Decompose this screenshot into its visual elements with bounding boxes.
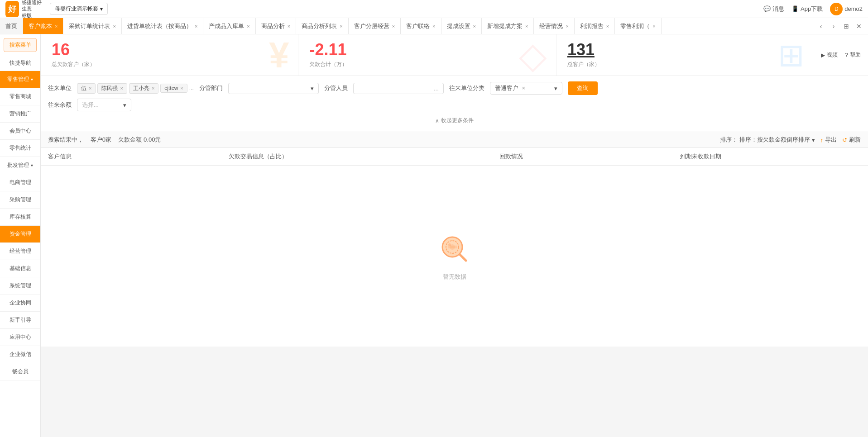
- download-icon: 📱: [791, 5, 799, 12]
- top-bar-left: 好 畅捷通好生意 标版 母婴行业演示帐套 ▾: [5, 0, 108, 19]
- sidebar-item-new-guide[interactable]: 新手引导: [0, 312, 40, 329]
- top-bar: 好 畅捷通好生意 标版 母婴行业演示帐套 ▾ 💬 消息 📱 App下载 D de…: [0, 0, 868, 18]
- sidebar-item-enterprise-collab[interactable]: 企业协同: [0, 294, 40, 312]
- sidebar-item-basic-info[interactable]: 基础信息: [0, 260, 40, 277]
- stats-card-total-customers: ⊞ 131 总客户（家）: [556, 34, 814, 76]
- tag-close-icon[interactable]: ×: [120, 86, 123, 91]
- category-tag-close[interactable]: ×: [522, 85, 525, 91]
- col-header-debt-info: 欠款交易信息（占比）: [229, 152, 499, 161]
- close-tab-icon[interactable]: ×: [113, 24, 115, 29]
- close-tab-icon[interactable]: ×: [652, 24, 655, 29]
- close-tab-icon[interactable]: ×: [195, 24, 197, 29]
- store-selector[interactable]: 母婴行业演示帐套 ▾: [50, 3, 108, 15]
- tag-close-icon[interactable]: ×: [89, 86, 91, 91]
- tab-operation-status[interactable]: 经营情况 ×: [534, 18, 574, 34]
- dept-filter-select[interactable]: ▾: [228, 83, 319, 94]
- sidebar-item-capital-mgmt[interactable]: 资金管理: [0, 226, 40, 243]
- svg-line-3: [460, 255, 466, 261]
- help-button[interactable]: ? 帮助: [845, 51, 861, 59]
- query-button[interactable]: 查询: [568, 81, 598, 95]
- person-filter-input[interactable]: ...: [353, 83, 444, 94]
- svg-point-4: [450, 244, 455, 250]
- filter-collapse-button[interactable]: ∧ 收起更多条件: [48, 115, 861, 126]
- user-profile[interactable]: D demo2: [830, 3, 863, 15]
- tab-close-all-button[interactable]: ✕: [854, 21, 864, 32]
- search-menu-button[interactable]: 搜索菜单: [4, 38, 37, 52]
- tab-stock-stats[interactable]: 进货单统计表（按商品） ×: [122, 18, 203, 34]
- close-tab-icon[interactable]: ×: [392, 24, 395, 29]
- tab-retail-profit[interactable]: 零售利润（ ×: [615, 18, 661, 34]
- filter-tag-chen[interactable]: 陈民强 ×: [97, 83, 127, 94]
- chevron-down-icon: ▾: [123, 102, 126, 109]
- close-tab-icon[interactable]: ×: [55, 24, 58, 29]
- extra-filter-select[interactable]: 选择... ▾: [77, 99, 131, 111]
- tab-expand-button[interactable]: ⊞: [841, 21, 852, 32]
- close-tab-icon[interactable]: ×: [606, 24, 609, 29]
- sidebar-item-ecommerce-mgmt[interactable]: 电商管理: [0, 174, 40, 191]
- col-header-due-date: 到期未收款日期: [680, 152, 861, 161]
- sidebar-item-retail-mgmt[interactable]: 零售管理: [0, 71, 40, 88]
- filter-tag-wu[interactable]: 伍 ×: [77, 83, 96, 94]
- tab-product-analysis[interactable]: 商品分析 ×: [256, 18, 296, 34]
- close-tab-icon[interactable]: ×: [432, 24, 435, 29]
- sort-select[interactable]: 排序： 排序：按欠款金额倒序排序 ▾: [720, 136, 815, 144]
- stats-bg-icon3: ⊞: [778, 37, 805, 74]
- more-tags-button[interactable]: ...: [189, 85, 194, 91]
- sidebar-item-wholesale-mgmt[interactable]: 批发管理: [0, 157, 40, 174]
- video-icon: ▶: [821, 52, 825, 58]
- sidebar-item-operation-mgmt[interactable]: 经营管理: [0, 243, 40, 260]
- tab-customer-ledger[interactable]: 客户账本 ×: [23, 18, 63, 34]
- data-table: 客户信息 欠款交易信息（占比） 回款情况 到期未收款日期: [41, 148, 868, 347]
- close-tab-icon[interactable]: ×: [525, 24, 528, 29]
- category-filter-select[interactable]: 普通客户 × ▾: [490, 82, 562, 95]
- chevron-down-icon: ▾: [812, 137, 815, 143]
- tag-close-icon[interactable]: ×: [180, 86, 183, 91]
- tab-next-button[interactable]: ›: [828, 21, 839, 32]
- sidebar-item-system-mgmt[interactable]: 系统管理: [0, 277, 40, 294]
- tag-close-icon[interactable]: ×: [152, 86, 154, 91]
- sidebar-item-vip-member[interactable]: 畅会员: [0, 363, 40, 380]
- messages-button[interactable]: 💬 消息: [763, 5, 784, 13]
- tab-customer-contact[interactable]: 客户联络 ×: [401, 18, 441, 34]
- tab-home[interactable]: 首页: [0, 18, 23, 34]
- empty-state: 暂无数据: [436, 231, 473, 281]
- person-filter-label: 分管人员: [324, 84, 348, 92]
- sidebar-item-app-center[interactable]: 应用中心: [0, 329, 40, 346]
- unit-filter-tags: 伍 × 陈民强 × 王小亮 × cjttcw × ...: [77, 83, 194, 94]
- tab-purchase-order-stats[interactable]: 采购订单统计表 ×: [63, 18, 121, 34]
- tab-commit-settings[interactable]: 提成设置 ×: [441, 18, 482, 34]
- sidebar-item-retail-stats[interactable]: 零售统计: [0, 140, 40, 157]
- top-bar-right: 💬 消息 📱 App下载 D demo2: [763, 3, 863, 15]
- person-ellipsis[interactable]: ...: [434, 85, 439, 92]
- stats-bg-icon: ¥: [269, 34, 289, 76]
- filter-tag-cjttcw[interactable]: cjttcw ×: [160, 84, 187, 93]
- sidebar-item-inventory[interactable]: 库存核算: [0, 209, 40, 226]
- stats-bg-icon2: ◇: [519, 34, 547, 76]
- export-button[interactable]: ↑ 导出: [820, 136, 837, 144]
- sidebar-item-purchase-mgmt[interactable]: 采购管理: [0, 191, 40, 209]
- tab-profit-report[interactable]: 利润报告 ×: [575, 18, 615, 34]
- tab-product-analysis-list[interactable]: 商品分析列表 ×: [296, 18, 348, 34]
- tab-cost-warehousing[interactable]: 产成品入库单 ×: [203, 18, 255, 34]
- sidebar-item-retail-mall[interactable]: 零售商城: [0, 88, 40, 105]
- app-download-button[interactable]: 📱 App下载: [791, 5, 823, 13]
- filter-tag-wang[interactable]: 王小亮 ×: [129, 83, 158, 94]
- close-tab-icon[interactable]: ×: [473, 24, 476, 29]
- sidebar-item-enterprise-wechat[interactable]: 企业微信: [0, 346, 40, 363]
- tab-prev-button[interactable]: ‹: [815, 21, 826, 32]
- refresh-button[interactable]: ↺ 刷新: [842, 136, 861, 144]
- table-body: 暂无数据: [41, 166, 868, 347]
- sidebar-item-quick-nav[interactable]: 快捷导航: [0, 56, 40, 71]
- col-header-customer: 客户信息: [48, 152, 229, 161]
- video-button[interactable]: ▶ 视频: [821, 51, 838, 59]
- close-tab-icon[interactable]: ×: [566, 24, 568, 29]
- tab-new-commit-plan[interactable]: 新增提成方案 ×: [482, 18, 534, 34]
- sidebar-item-member-center[interactable]: 会员中心: [0, 123, 40, 140]
- content-area: ¥ 16 总欠款客户（家） ◇ -2.11 欠款合计（万） ⊞ 131 总客户（…: [41, 34, 868, 437]
- close-tab-icon[interactable]: ×: [340, 24, 342, 29]
- close-tab-icon[interactable]: ×: [247, 24, 249, 29]
- sidebar-item-marketing[interactable]: 营销推广: [0, 105, 40, 123]
- tab-customer-layer[interactable]: 客户分层经营 ×: [349, 18, 401, 34]
- close-tab-icon[interactable]: ×: [288, 24, 290, 29]
- result-info: 搜索结果中， 客户0家 欠款金额 0.00元: [48, 136, 166, 144]
